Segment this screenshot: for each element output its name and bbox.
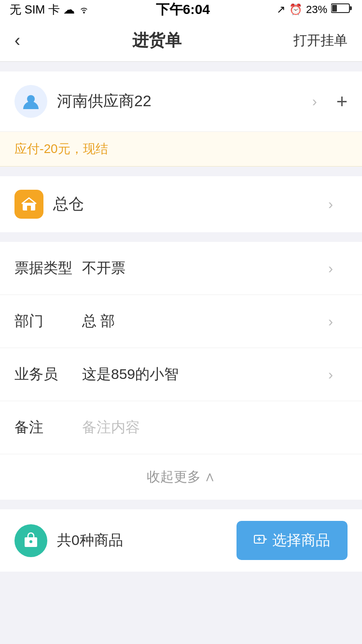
form-section: 票据类型 不开票 › 部门 总 部 › 业务员 这是859的小智 › 备注 备注… — [0, 242, 362, 500]
back-button[interactable]: ‹ — [14, 30, 20, 51]
salesperson-row[interactable]: 业务员 这是859的小智 › — [0, 348, 362, 401]
battery-label: 23% — [306, 3, 327, 16]
remark-label: 备注 — [14, 418, 82, 437]
invoice-type-value: 不开票 — [82, 258, 328, 278]
section-gap-1 — [0, 62, 362, 71]
invoice-type-label: 票据类型 — [14, 258, 82, 278]
supplier-section: 河南供应商22 › + 应付-20元，现结 — [0, 71, 362, 167]
product-icon — [14, 524, 47, 557]
section-gap-3 — [0, 232, 362, 242]
collapse-row[interactable]: 收起更多 ∧ — [0, 454, 362, 500]
select-product-label: 选择商品 — [272, 531, 330, 550]
invoice-chevron-icon: › — [328, 260, 333, 277]
battery-icon — [331, 3, 352, 16]
department-chevron-icon: › — [328, 313, 333, 330]
remark-input[interactable]: 备注内容 — [82, 418, 348, 437]
supplier-avatar — [14, 85, 47, 118]
status-right: ↗ ⏰ 23% — [277, 3, 352, 16]
add-supplier-button[interactable]: + — [336, 91, 348, 112]
salesperson-label: 业务员 — [14, 364, 82, 384]
svg-rect-1 — [349, 6, 352, 10]
supplier-chevron-icon: › — [312, 93, 317, 110]
department-row[interactable]: 部门 总 部 › — [0, 295, 362, 348]
wifi-icon — [79, 3, 89, 16]
collapse-label: 收起更多 ∧ — [147, 468, 216, 486]
warning-text: 应付-20元，现结 — [14, 141, 108, 156]
status-left: 无 SIM 卡 ☁ — [10, 2, 89, 17]
section-gap-2 — [0, 167, 362, 176]
nav-bar: ‹ 进货单 打开挂单 — [0, 19, 362, 62]
alarm-icon: ⏰ — [289, 3, 302, 16]
svg-point-7 — [29, 540, 32, 543]
svg-rect-5 — [27, 206, 31, 210]
invoice-type-row[interactable]: 票据类型 不开票 › — [0, 242, 362, 295]
open-pending-button[interactable]: 打开挂单 — [293, 31, 348, 50]
warehouse-section: 总仓 › — [0, 176, 362, 232]
product-count: 共0种商品 — [57, 531, 237, 550]
warehouse-name: 总仓 — [53, 194, 328, 215]
warehouse-icon — [14, 190, 43, 219]
salesperson-value: 这是859的小智 — [82, 364, 328, 384]
supplier-row[interactable]: 河南供应商22 › + — [0, 71, 362, 132]
department-value: 总 部 — [82, 311, 328, 331]
remark-row[interactable]: 备注 备注内容 — [0, 401, 362, 454]
location-icon: ↗ — [277, 3, 285, 16]
supplier-name: 河南供应商22 — [57, 91, 312, 112]
page-title: 进货单 — [132, 29, 181, 52]
select-product-button[interactable]: 选择商品 — [237, 521, 348, 560]
warehouse-chevron-icon: › — [328, 196, 333, 212]
warning-banner: 应付-20元，现结 — [0, 132, 362, 167]
select-product-icon — [254, 533, 267, 548]
status-bar: 无 SIM 卡 ☁ 下午6:04 ↗ ⏰ 23% — [0, 0, 362, 19]
bottom-fill — [0, 572, 362, 644]
salesperson-chevron-icon: › — [328, 366, 333, 383]
sim-label: 无 SIM 卡 ☁ — [10, 2, 75, 17]
svg-rect-2 — [332, 5, 337, 12]
status-time: 下午6:04 — [156, 0, 210, 19]
department-label: 部门 — [14, 311, 82, 331]
product-bar: 共0种商品 选择商品 — [0, 509, 362, 572]
warehouse-row[interactable]: 总仓 › — [0, 176, 362, 232]
